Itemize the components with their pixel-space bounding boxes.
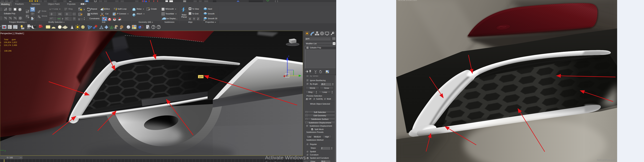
svg-text:gum: gum	[199, 76, 203, 78]
svg-text:Y: Y	[193, 18, 195, 20]
svg-text:106,824: 106,824	[4, 41, 11, 44]
svg-text:gum: gum	[12, 38, 16, 40]
svg-text:1,822: 1,822	[12, 41, 17, 44]
svg-text:1: 1	[78, 18, 80, 21]
svg-text:108.296: 108.296	[4, 50, 12, 52]
svg-text:Perspective ] [ Shaded ]: Perspective ] [ Shaded ]	[0, 32, 24, 35]
svg-text:NetCarShow.com: NetCarShow.com	[597, 158, 616, 161]
svg-text:119,174: 119,174	[4, 44, 11, 46]
svg-text:HF: HF	[114, 27, 117, 29]
svg-text::: :	[0, 50, 1, 52]
svg-text:y: y	[5, 149, 6, 152]
svg-text:0x: 0x	[120, 28, 122, 30]
svg-text:Total: Total	[4, 38, 8, 40]
svg-text:RIGHT: RIGHT	[292, 42, 295, 42]
svg-text:z: z	[288, 55, 289, 58]
svg-text:Z: Z	[197, 18, 199, 20]
svg-text:ABC: ABC	[69, 1, 72, 2]
svg-text:2,496: 2,496	[12, 44, 17, 46]
svg-text:30: 30	[203, 19, 205, 21]
svg-text:X: X	[189, 18, 191, 20]
svg-text:NetCarShow.com: NetCarShow.com	[398, 0, 417, 2]
svg-text:Polys:: Polys:	[0, 41, 2, 44]
